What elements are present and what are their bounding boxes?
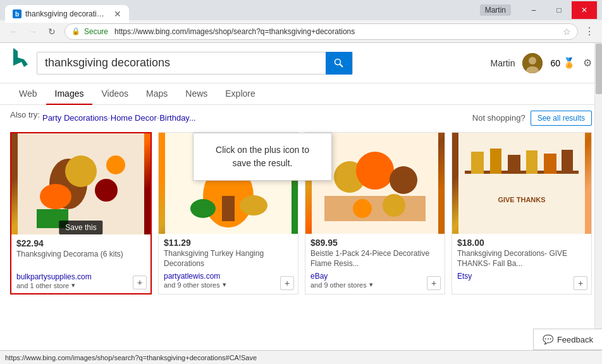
window-controls: – □ ✕ [521, 1, 597, 19]
svg-point-22 [390, 166, 417, 194]
svg-rect-23 [324, 196, 426, 221]
bing-logo [10, 48, 29, 78]
svg-rect-16 [222, 196, 235, 221]
svg-rect-29 [490, 149, 501, 174]
product-title-1: Thanksgiving Decorama (6 kits) [16, 250, 145, 270]
also-try-birthday[interactable]: Birthday... [159, 113, 196, 123]
tab-title: thanksgiving decorations... [25, 9, 108, 18]
svg-rect-26 [458, 133, 585, 234]
not-shopping-section: Not shopping? See all results [472, 111, 592, 126]
svg-point-11 [106, 155, 125, 174]
product-price-2: $11.29 [164, 238, 293, 248]
tab-videos[interactable]: Videos [92, 83, 137, 105]
tab-images[interactable]: Images [46, 83, 93, 105]
header-right: Martin 60 🏅 ⚙ [491, 53, 592, 73]
svg-point-0 [335, 59, 341, 64]
add-to-save-icon-2[interactable]: + [280, 276, 294, 290]
also-try-home[interactable]: Home Decor [111, 113, 157, 123]
svg-rect-28 [471, 152, 484, 174]
product-image-4: GIVE THANKS [452, 133, 591, 234]
product-card-4[interactable]: GIVE THANKS + $18.00 Thanksgiving Decora… [452, 132, 592, 294]
tab-close-icon[interactable]: ✕ [114, 9, 121, 19]
product-store-3[interactable]: eBay [310, 272, 439, 281]
tab-favicon: b [13, 9, 22, 18]
product-store-2[interactable]: partyatlewis.com [164, 272, 293, 281]
settings-icon[interactable]: ⚙ [583, 57, 592, 69]
not-shopping-text: Not shopping? [472, 113, 525, 123]
product-store-extra-1: and 1 other store ▾ [16, 281, 145, 289]
svg-point-3 [529, 57, 536, 64]
store-dropdown-icon-1[interactable]: ▾ [71, 281, 75, 289]
window-user-chip: Martin [480, 4, 511, 16]
svg-point-17 [190, 199, 216, 218]
svg-text:GIVE THANKS: GIVE THANKS [498, 196, 545, 203]
url-bar[interactable]: 🔒 Secure https://www.bing.com/images/sho… [64, 23, 578, 40]
svg-line-1 [340, 64, 343, 67]
tab-news[interactable]: News [176, 83, 216, 105]
store-dropdown-icon-3[interactable]: ▾ [369, 281, 373, 289]
add-to-save-icon-1[interactable]: + [133, 276, 147, 289]
maximize-button[interactable]: □ [546, 1, 572, 19]
url-text: https://www.bing.com/images/shop/search?… [114, 27, 559, 36]
bing-header: Martin 60 🏅 ⚙ [0, 43, 602, 83]
add-to-save-icon-3[interactable]: + [427, 276, 441, 290]
bookmark-icon[interactable]: ☆ [563, 27, 571, 37]
product-store-extra-2: and 9 other stores ▾ [164, 281, 293, 289]
browser-menu-icon[interactable]: ⋮ [582, 25, 597, 37]
reward-count: 60 [550, 58, 560, 68]
svg-point-9 [95, 179, 118, 202]
status-bar: https://www.bing.com/images/shop/search?… [0, 350, 602, 364]
back-button[interactable]: ← [5, 23, 23, 40]
search-button[interactable] [326, 52, 352, 75]
product-store-4[interactable]: Etsy [457, 272, 586, 281]
product-price-3: $89.95 [310, 238, 439, 248]
svg-rect-33 [562, 150, 573, 174]
also-try-label: Also try: [10, 110, 40, 119]
save-this-button[interactable]: Save this [59, 221, 102, 234]
product-info-1: $22.94 Thanksgiving Decorama (6 kits) bu… [11, 234, 150, 293]
store-dropdown-icon-2[interactable]: ▾ [223, 281, 226, 289]
product-store-1[interactable]: bulkpartysupplies.com [16, 272, 145, 281]
product-store-extra-3: and 9 other stores ▾ [310, 281, 439, 289]
svg-point-21 [356, 152, 394, 190]
also-try-party[interactable]: Party Decorations [42, 113, 108, 123]
reward-badge: 60 🏅 [550, 57, 575, 69]
tooltip-box: Click on the plus icon to save the resul… [193, 133, 332, 181]
tooltip-text: Click on the plus icon to save the resul… [216, 145, 309, 168]
feedback-button[interactable]: 💬 Feedback [533, 329, 602, 350]
status-url: https://www.bing.com/images/shop/search?… [5, 354, 257, 361]
nav-buttons: ← → ↻ [5, 23, 61, 40]
minimize-button[interactable]: – [521, 1, 546, 19]
svg-point-18 [240, 195, 267, 215]
also-try-row: Also try: Party Decorations · Home Decor… [10, 110, 592, 126]
address-bar: ← → ↻ 🔒 Secure https://www.bing.com/imag… [0, 20, 602, 43]
feedback-label: Feedback [557, 335, 593, 344]
svg-point-24 [353, 199, 372, 218]
svg-point-8 [40, 184, 71, 209]
product-price-4: $18.00 [457, 238, 586, 248]
add-to-save-icon-4[interactable]: + [574, 276, 587, 290]
close-button[interactable]: ✕ [572, 1, 597, 19]
search-input[interactable] [37, 56, 326, 70]
nav-tabs: Web Images Videos Maps News Explore [0, 83, 602, 105]
product-card-1[interactable]: Save this + $22.94 Thanksgiving Decorama… [10, 132, 152, 294]
refresh-button[interactable]: ↻ [43, 23, 61, 40]
tab-area: b thanksgiving decorations... ✕ [5, 0, 477, 20]
see-all-button[interactable]: See all results [531, 111, 592, 126]
product-price-1: $22.94 [16, 238, 145, 248]
lock-icon: 🔒 [71, 27, 80, 35]
scrollbar-track[interactable] [594, 43, 602, 350]
user-avatar [522, 53, 543, 73]
tab-web[interactable]: Web [10, 83, 46, 105]
svg-point-7 [65, 155, 97, 187]
secure-label: Secure [84, 27, 108, 36]
forward-button[interactable]: → [24, 23, 42, 40]
product-info-2: $11.29 Thanksgiving Turkey Hanging Decor… [159, 234, 298, 293]
reward-icon: 🏅 [563, 57, 575, 69]
tab-explore[interactable]: Explore [216, 83, 264, 105]
bing-page: Martin 60 🏅 ⚙ Web Images Videos Maps New… [0, 43, 602, 350]
browser-tab[interactable]: b thanksgiving decorations... ✕ [5, 5, 129, 23]
tab-maps[interactable]: Maps [137, 83, 176, 105]
search-bar[interactable] [37, 52, 353, 75]
scrollbar-thumb[interactable] [596, 44, 602, 94]
